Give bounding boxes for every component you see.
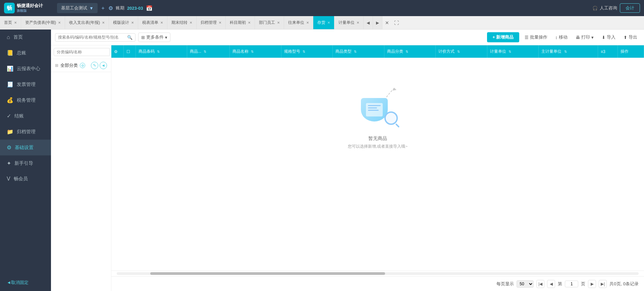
tab-period-end-close[interactable]: ✕: [190, 21, 192, 25]
tab-archive-close[interactable]: ✕: [219, 21, 221, 25]
tab-income-close[interactable]: ✕: [102, 21, 105, 25]
top-toolbar: 🔍 ⊞ 更多条件 ▾ + 新增商品 ☰ 批量操作 ↕ 移动 🖶 打印 ▾: [51, 30, 644, 45]
export-button[interactable]: ⬆ 导出: [621, 33, 640, 42]
tab-archive[interactable]: 归档管理 ✕: [197, 16, 226, 30]
th-pricing[interactable]: 计价方式 ⇅: [436, 45, 487, 58]
th-col3-label: ≡3: [601, 49, 605, 54]
category-collapse-button[interactable]: ◄: [100, 62, 107, 69]
empty-illustration: [358, 85, 398, 125]
sidebar-item-basic[interactable]: ⚙ 基础设置: [0, 140, 51, 155]
basic-icon: ⚙: [7, 144, 11, 151]
tab-subject-close[interactable]: ✕: [248, 21, 251, 25]
move-icon: ↕: [555, 35, 558, 40]
tab-expand[interactable]: ⛶: [392, 16, 401, 30]
sidebar-item-home[interactable]: ⌂ 首页: [0, 30, 51, 45]
logo-icon: 畅: [4, 3, 15, 13]
tab-scroll-right[interactable]: ▶: [373, 16, 382, 30]
sidebar-item-ledger[interactable]: 📒 总账: [0, 45, 51, 61]
headset-icon: 🎧: [592, 6, 598, 11]
table-header: ⚙ ☐ 商品条码 ⇅ 商品... ⇅: [111, 45, 644, 58]
tab-tax[interactable]: 税表清单 ✕: [138, 16, 167, 30]
tab-unit-label: 计量单位: [338, 20, 355, 26]
close-accounts-icon: ✓: [7, 113, 11, 119]
th-code[interactable]: 商品... ⇅: [187, 45, 230, 58]
page-size-select[interactable]: 50 10 20 100: [517, 280, 534, 288]
export-icon: ⬆: [624, 35, 627, 40]
category-grid-icon: ⊞: [55, 63, 58, 68]
tab-partner-close[interactable]: ✕: [306, 21, 309, 25]
th-settings[interactable]: ⚙: [111, 45, 123, 58]
sidebar-item-tax[interactable]: 💰 税务管理: [0, 92, 51, 108]
th-main-unit[interactable]: 主计量单位 ⇅: [539, 45, 598, 58]
tab-template-close[interactable]: ✕: [131, 21, 134, 25]
sidebar-item-guide[interactable]: ✦ 新手引导: [0, 155, 51, 171]
sidebar-item-vip[interactable]: V 畅会员: [0, 171, 51, 187]
tab-scroll-left[interactable]: ◀: [364, 16, 373, 30]
scrollbar-thumb[interactable]: [150, 272, 385, 275]
page-next-button[interactable]: ▶: [588, 280, 596, 288]
body-area: 🔍 ⊞ 全部分类 ⚙ ✎ ◄: [51, 45, 644, 291]
category-search-input[interactable]: [54, 48, 110, 56]
batch-action-button[interactable]: ☰ 批量操作: [522, 33, 550, 42]
tab-template[interactable]: 模版设计 ✕: [109, 16, 138, 30]
th-unit[interactable]: 计量单位 ⇅: [487, 45, 539, 58]
sidebar-unpin[interactable]: ◄取消固定: [0, 274, 51, 291]
account-button[interactable]: 会计: [620, 3, 640, 13]
sidebar-item-archive[interactable]: 📁 归档管理: [0, 124, 51, 140]
th-col3[interactable]: ≡3: [598, 45, 618, 58]
more-filter-button[interactable]: ⊞ 更多条件 ▾: [138, 33, 170, 42]
move-button[interactable]: ↕ 移动: [553, 33, 571, 42]
tab-inventory[interactable]: 存货 ✕: [313, 16, 334, 30]
sidebar-item-home-label: 首页: [13, 34, 23, 40]
calendar-icon[interactable]: 📅: [146, 5, 153, 11]
tab-tax-close[interactable]: ✕: [160, 21, 163, 25]
tab-inventory-close[interactable]: ✕: [327, 21, 330, 25]
content-area: 🔍 ⊞ 更多条件 ▾ + 新增商品 ☰ 批量操作 ↕ 移动 🖶 打印 ▾: [51, 30, 644, 291]
th-spec[interactable]: 规格型号 ⇅: [281, 45, 333, 58]
print-button[interactable]: 🖶 打印 ▾: [573, 33, 596, 42]
sidebar-item-reports[interactable]: 📊 云报表中心: [0, 61, 51, 77]
tab-income[interactable]: 收入支出表(年报) ✕: [65, 16, 109, 30]
th-spec-label: 规格型号: [284, 49, 300, 54]
product-search-icon[interactable]: 🔍: [127, 35, 132, 40]
tab-assets-close[interactable]: ✕: [58, 21, 61, 25]
tab-dept[interactable]: 部门员工 ✕: [255, 16, 284, 30]
add-product-button[interactable]: + 新增商品: [487, 32, 519, 42]
filter-dropdown-icon: ▾: [165, 35, 167, 40]
tab-unit[interactable]: 计量单位 ✕: [334, 16, 364, 30]
workspace-tab[interactable]: 基层工会测试 ▼: [57, 3, 98, 13]
th-name[interactable]: 商品名称 ⇅: [229, 45, 281, 58]
settings-icon[interactable]: ⚙: [108, 5, 113, 11]
product-search-input[interactable]: [58, 35, 125, 40]
move-label: 移动: [559, 34, 568, 40]
page-last-button[interactable]: ▶|: [599, 280, 607, 288]
sidebar-item-reports-label: 云报表中心: [17, 66, 40, 72]
tab-assets[interactable]: 资产负债表(中期) ✕: [21, 16, 65, 30]
th-checkbox[interactable]: ☐: [123, 45, 136, 58]
tab-dept-close[interactable]: ✕: [277, 21, 280, 25]
tab-unit-close[interactable]: ✕: [357, 21, 359, 25]
page-first-button[interactable]: |◀: [536, 280, 544, 288]
sidebar-item-invoice[interactable]: 🧾 发票管理: [0, 77, 51, 92]
tab-partner[interactable]: 往来单位 ✕: [284, 16, 313, 30]
th-category[interactable]: 商品分类 ⇅: [384, 45, 436, 58]
category-edit-button[interactable]: ✎: [91, 62, 98, 69]
tab-home[interactable]: 首页 ✕: [0, 16, 21, 30]
page-number-input[interactable]: 1: [565, 281, 578, 287]
tab-subject[interactable]: 科目期初 ✕: [226, 16, 255, 30]
sort-type-icon: ⇅: [354, 50, 357, 53]
tab-home-close[interactable]: ✕: [14, 21, 17, 25]
add-workspace-icon[interactable]: ＋: [100, 5, 106, 12]
page-prev-button[interactable]: ◀: [547, 280, 555, 288]
horizontal-scrollbar[interactable]: [111, 271, 644, 276]
th-barcode[interactable]: 商品条码 ⇅: [136, 45, 187, 58]
sidebar-item-close[interactable]: ✓ 结账: [0, 108, 51, 124]
user-service[interactable]: 🎧 人工咨询: [592, 5, 617, 11]
import-button[interactable]: ⬇ 导入: [599, 33, 618, 42]
th-type[interactable]: 商品类型 ⇅: [333, 45, 384, 58]
product-search-box[interactable]: 🔍: [55, 33, 136, 42]
tab-home-label: 首页: [4, 20, 12, 26]
tab-close-all[interactable]: ✕: [382, 16, 392, 30]
tab-period-end[interactable]: 期末结转 ✕: [167, 16, 197, 30]
sidebar: ⌂ 首页 📒 总账 📊 云报表中心 🧾 发票管理 💰 税务管理 ✓ 结账 📁 归…: [0, 30, 51, 291]
